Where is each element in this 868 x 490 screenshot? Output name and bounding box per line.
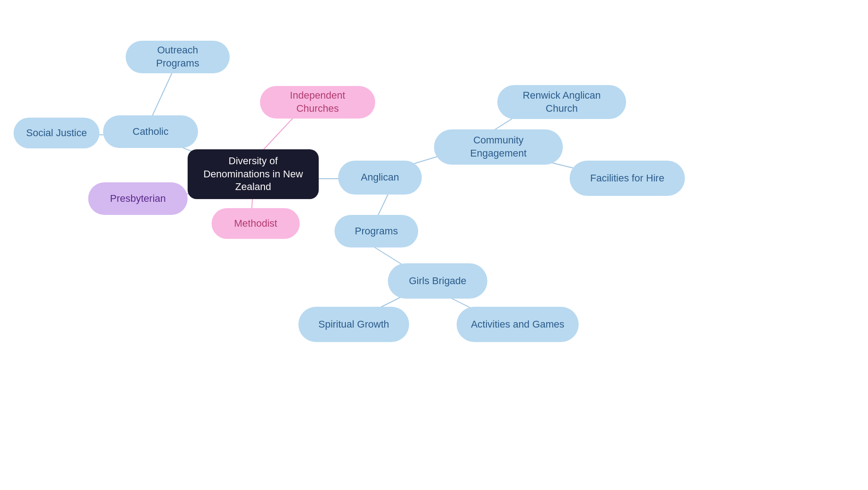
- community-node[interactable]: Community Engagement: [434, 129, 563, 165]
- svg-line-1: [151, 66, 175, 118]
- presbyterian-node[interactable]: Presbyterian: [88, 182, 188, 215]
- activities-label: Activities and Games: [471, 318, 565, 331]
- girls-brigade-node[interactable]: Girls Brigade: [388, 263, 487, 299]
- facilities-label: Facilities for Hire: [590, 172, 665, 185]
- social-justice-node[interactable]: Social Justice: [14, 118, 99, 148]
- methodist-label: Methodist: [234, 217, 277, 230]
- activities-node[interactable]: Activities and Games: [457, 307, 579, 342]
- anglican-label: Anglican: [361, 171, 399, 184]
- girls-brigade-label: Girls Brigade: [409, 275, 466, 288]
- outreach-label: Outreach Programs: [136, 44, 220, 70]
- catholic-label: Catholic: [132, 125, 168, 138]
- programs-label: Programs: [355, 225, 398, 238]
- facilities-node[interactable]: Facilities for Hire: [570, 161, 685, 196]
- methodist-node[interactable]: Methodist: [212, 208, 300, 239]
- central-label: Diversity of Denominations in New Zealan…: [198, 155, 309, 194]
- anglican-node[interactable]: Anglican: [338, 161, 422, 195]
- renwick-node[interactable]: Renwick Anglican Church: [497, 85, 626, 119]
- spiritual-label: Spiritual Growth: [318, 318, 389, 331]
- catholic-node[interactable]: Catholic: [103, 115, 198, 148]
- outreach-node[interactable]: Outreach Programs: [126, 41, 230, 73]
- independent-label: Independent Churches: [270, 89, 365, 115]
- renwick-label: Renwick Anglican Church: [507, 89, 616, 115]
- presbyterian-label: Presbyterian: [110, 192, 166, 205]
- programs-node[interactable]: Programs: [335, 215, 418, 247]
- social-justice-label: Social Justice: [26, 127, 87, 140]
- central-node[interactable]: Diversity of Denominations in New Zealan…: [188, 149, 319, 199]
- community-label: Community Engagement: [444, 134, 553, 160]
- independent-node[interactable]: Independent Churches: [260, 86, 375, 119]
- spiritual-node[interactable]: Spiritual Growth: [298, 307, 409, 342]
